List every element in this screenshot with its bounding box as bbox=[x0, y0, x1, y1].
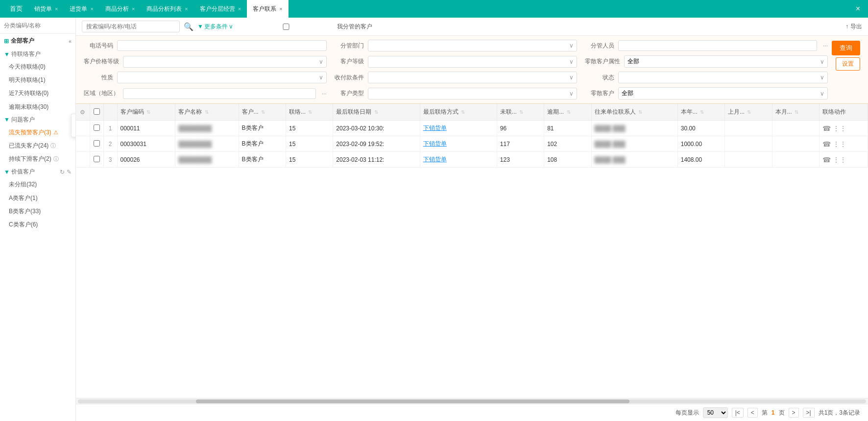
close-product-analysis-list-icon[interactable]: × bbox=[185, 6, 188, 12]
last-page-button[interactable]: >| bbox=[803, 408, 815, 418]
all-customers-header[interactable]: ⊞ 全部客户 « bbox=[0, 34, 75, 48]
this-year-column-header[interactable]: 本年... ⇅ bbox=[677, 104, 724, 121]
search-input[interactable] bbox=[82, 21, 180, 32]
nav-product-analysis-list[interactable]: 商品分析列表 × bbox=[141, 0, 193, 18]
dept-select[interactable]: ∨ bbox=[368, 40, 578, 51]
more-actions-icon[interactable]: ⋮⋮ bbox=[833, 140, 846, 148]
sidebar-item-overdue[interactable]: 逾期未联络(30) bbox=[0, 100, 75, 114]
warning-icon: ⚠ bbox=[53, 128, 58, 137]
sidebar-search-input[interactable] bbox=[4, 22, 76, 29]
row-unit-contact: ████ ███ bbox=[591, 152, 677, 168]
settings-icon[interactable]: ⚙ bbox=[80, 109, 85, 116]
sidebar-item-ungrouped[interactable]: 未分组(32) bbox=[0, 178, 75, 191]
sidebar-item-declining[interactable]: 持续下滑客户(2) ⓘ bbox=[0, 152, 75, 166]
edit-icon[interactable]: ✎ bbox=[67, 169, 72, 175]
close-customer-layer-icon[interactable]: × bbox=[238, 6, 241, 12]
sort-icon4: ⇅ bbox=[308, 109, 312, 115]
sidebar-item-tomorrow[interactable]: 明天待联络(1) bbox=[0, 74, 75, 87]
status-select[interactable]: ∨ bbox=[618, 72, 828, 83]
nav-home[interactable]: 首页 bbox=[4, 0, 28, 18]
sidebar-item-churned[interactable]: 已流失客户(24) ⓘ bbox=[0, 139, 75, 152]
nav-purchase[interactable]: 进货单 × bbox=[64, 0, 99, 18]
this-month-column-header[interactable]: 本月... ⇅ bbox=[772, 104, 819, 121]
row-type: B类客户 bbox=[239, 152, 286, 168]
last-method-column-header[interactable]: 最后联络方式 ⇅ bbox=[420, 104, 497, 121]
customer-type-select[interactable]: ∨ bbox=[368, 88, 578, 99]
unit-contact-column-header[interactable]: 往来单位联系人 ⇅ bbox=[591, 104, 677, 121]
first-page-button[interactable]: |< bbox=[732, 408, 744, 418]
row-last-method[interactable]: 下销货单 bbox=[420, 136, 497, 152]
problem-customer-title[interactable]: ▼ 问题客户 bbox=[0, 114, 75, 126]
close-product-analysis-icon[interactable]: × bbox=[132, 6, 135, 12]
horizontal-scrollbar[interactable] bbox=[76, 398, 868, 404]
contact-action-icon[interactable]: ☎ bbox=[822, 156, 831, 164]
last-date-column-header[interactable]: 最后联络日期 ⇅ bbox=[333, 104, 420, 121]
table-container: ⚙ 客户编码 ⇅ 客户名称 ⇅ bbox=[76, 104, 868, 398]
row-last-method[interactable]: 下销货单 bbox=[420, 121, 497, 136]
checkbox-column-header[interactable] bbox=[90, 104, 103, 121]
sidebar-item-7days[interactable]: 近7天待联络(0) bbox=[0, 87, 75, 100]
scatter-customer-select[interactable]: 全部 ∨ bbox=[618, 87, 828, 99]
overdue-column-header[interactable]: 逾期... ⇅ bbox=[544, 104, 591, 121]
more-conditions-button[interactable]: ▼ 更多条件 ∨ bbox=[197, 23, 233, 31]
sidebar-item-churn-warning[interactable]: 流失预警客户(3) ⚠ bbox=[0, 126, 75, 139]
not-linked-column-header[interactable]: 未联... ⇅ bbox=[497, 104, 544, 121]
nav-sales[interactable]: 销货单 × bbox=[28, 0, 64, 18]
row-checkbox[interactable] bbox=[90, 136, 103, 152]
code-column-header[interactable]: 客户编码 ⇅ bbox=[117, 104, 175, 121]
name-column-header[interactable]: 客户名称 ⇅ bbox=[175, 104, 239, 121]
nav-customer-contact[interactable]: 客户联系 × bbox=[247, 0, 288, 18]
phone-input[interactable] bbox=[117, 40, 327, 51]
export-button[interactable]: ↑ 导出 bbox=[845, 23, 862, 31]
nav-customer-layer[interactable]: 客户分层经营 × bbox=[194, 0, 247, 18]
type-column-header[interactable]: 客户... ⇅ bbox=[239, 104, 286, 121]
sidebar-item-b-class[interactable]: B类客户(33) bbox=[0, 205, 75, 218]
nav-product-analysis[interactable]: 商品分析 × bbox=[99, 0, 141, 18]
payment-label: 收付款条件 bbox=[335, 74, 364, 82]
scatter-attr-select[interactable]: 全部 ∨ bbox=[624, 55, 828, 68]
next-page-button[interactable]: > bbox=[789, 408, 799, 418]
sidebar-item-a-class[interactable]: A类客户(1) bbox=[0, 192, 75, 205]
sidebar-search-bar[interactable]: 🔍 bbox=[0, 18, 75, 34]
setting-button[interactable]: 设置 bbox=[836, 57, 860, 71]
more-actions-icon[interactable]: ⋮⋮ bbox=[833, 124, 846, 132]
settings-column-header[interactable]: ⚙ bbox=[76, 104, 90, 121]
search-button[interactable]: 🔍 bbox=[184, 22, 193, 31]
sidebar-item-c-class[interactable]: C类客户(6) bbox=[0, 218, 75, 231]
my-customers-checkbox[interactable] bbox=[237, 24, 335, 30]
close-purchase-icon[interactable]: × bbox=[90, 6, 93, 12]
more-actions-icon[interactable]: ⋮⋮ bbox=[833, 156, 846, 164]
per-page-label: 每页显示 bbox=[675, 409, 699, 417]
price-level-select[interactable]: ∨ bbox=[123, 56, 327, 68]
close-sales-icon[interactable]: × bbox=[55, 6, 58, 12]
pending-contact-title[interactable]: ▼ 待联络客户 bbox=[0, 48, 75, 60]
row-code: 00030031 bbox=[117, 136, 175, 152]
query-button[interactable]: 查询 bbox=[832, 41, 860, 55]
close-customer-contact-icon[interactable]: × bbox=[279, 6, 282, 12]
my-customers-checkbox-label[interactable]: 我分管的客户 bbox=[237, 23, 372, 31]
select-all-checkbox[interactable] bbox=[94, 108, 100, 115]
row-last-method[interactable]: 下销货单 bbox=[420, 152, 497, 168]
value-customer-title[interactable]: ▼ 价值客户 ↻ ✎ bbox=[0, 166, 75, 178]
last-month-column-header[interactable]: 上月... ⇅ bbox=[725, 104, 772, 121]
manager-input[interactable] bbox=[618, 40, 817, 51]
payment-select[interactable]: ∨ bbox=[368, 72, 578, 83]
row-checkbox[interactable] bbox=[90, 121, 103, 136]
refresh-icon[interactable]: ↻ bbox=[60, 169, 65, 175]
customer-level-select[interactable]: ∨ bbox=[368, 56, 578, 68]
region-input[interactable] bbox=[123, 88, 316, 99]
dots-icon[interactable]: ··· bbox=[823, 42, 828, 49]
close-all-button[interactable]: × bbox=[852, 4, 864, 13]
per-page-select[interactable]: 50 20 100 bbox=[703, 407, 728, 418]
price-level-label: 客户价格等级 bbox=[84, 57, 119, 66]
sidebar-item-today[interactable]: 今天待联络(0) bbox=[0, 60, 75, 74]
contact-column-header[interactable]: 联络... ⇅ bbox=[286, 104, 333, 121]
nature-select[interactable]: ∨ bbox=[117, 72, 327, 83]
contact-action-icon[interactable]: ☎ bbox=[822, 140, 831, 148]
row-settings bbox=[76, 121, 90, 136]
sort-icon6: ⇅ bbox=[461, 109, 465, 115]
region-dots-icon[interactable]: ··· bbox=[322, 90, 327, 97]
contact-action-icon[interactable]: ☎ bbox=[822, 124, 831, 132]
prev-page-button[interactable]: < bbox=[747, 408, 758, 418]
row-checkbox[interactable] bbox=[90, 152, 103, 168]
